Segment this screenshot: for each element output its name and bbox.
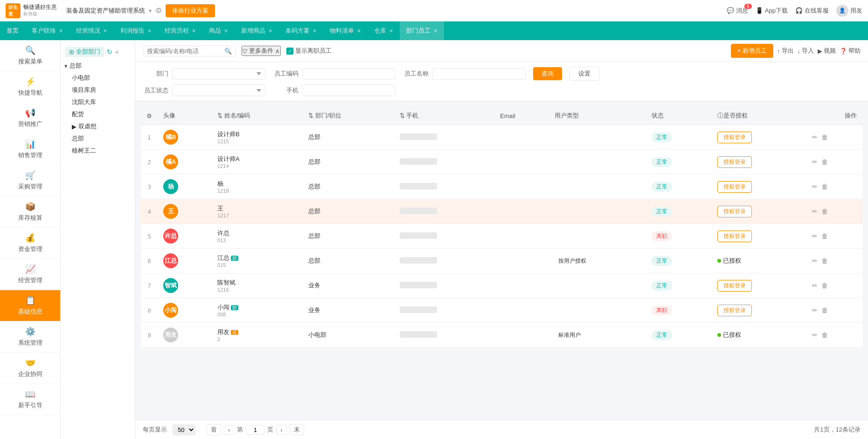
delete-icon[interactable]: 🗑 [821,257,828,265]
help-button[interactable]: ❓ 帮助 [840,47,861,55]
empstatus-select[interactable] [172,84,265,96]
delete-icon[interactable]: 🗑 [821,307,828,314]
next-page-button[interactable]: › [276,425,286,435]
auth-login-button[interactable]: 授权登录 [717,305,752,316]
auth-login-button[interactable]: 授权登录 [717,280,752,292]
title-dropdown-icon[interactable]: ▾ [149,7,152,14]
all-dept-button[interactable]: ⊞ 全部部门 [65,47,104,57]
close-icon[interactable]: ✕ [268,28,272,34]
nav-tab-journey[interactable]: 经营历程 ✕ [158,21,202,40]
edit-icon[interactable]: ✏ [812,282,818,289]
service-button[interactable]: 🎧 在线客服 [795,7,829,15]
nav-tab-bom[interactable]: 物料清单 ✕ [323,21,368,40]
delete-icon[interactable]: 🗑 [821,282,828,289]
close-icon[interactable]: ✕ [433,28,437,34]
dept-node-xiaodibu[interactable]: 小电部 [61,72,135,84]
sidebar-item-basicinfo[interactable]: 📋 基础信息 [0,290,60,321]
search-input[interactable] [147,48,222,55]
view-button[interactable]: ▶ 视频 [818,47,836,55]
dept-select[interactable] [172,68,265,80]
more-filter-button[interactable]: ▽ 更多条件 ∧ [242,46,281,56]
dept-node-peihuo[interactable]: 配货 [61,108,135,120]
user-button[interactable]: 👤 用友 [836,5,862,17]
import-button[interactable]: ↓ 导入 [798,47,814,55]
sidebar-item-guide[interactable]: 📖 新手引导 [0,384,60,415]
edit-icon[interactable]: ✏ [812,331,818,339]
sidebar-item-sales[interactable]: 📊 销售管理 [0,134,60,165]
page-input[interactable] [246,425,264,435]
nav-tab-barcode[interactable]: 条码方案 ✕ [279,21,323,40]
dept-refresh-icon[interactable]: ↻ [107,48,112,56]
phone-input[interactable] [302,84,396,96]
page-size-select[interactable]: 50 [173,425,195,435]
close-icon[interactable]: ✕ [224,28,228,34]
sidebar-item-collab[interactable]: 🤝 企业协同 [0,353,60,384]
edit-icon[interactable]: ✏ [812,133,818,141]
export-button[interactable]: ↑ 导出 [777,47,794,55]
edit-icon[interactable]: ✏ [812,307,818,314]
nav-tab-goods[interactable]: 商品 ✕ [202,21,235,40]
sidebar-item-inventory[interactable]: 📦 库存核算 [0,196,60,228]
dept-node-project[interactable]: 项目库房 [61,84,135,96]
close-icon[interactable]: ✕ [192,28,196,34]
sidebar-item-purchase[interactable]: 🛒 采购管理 [0,165,60,196]
prev-page-button[interactable]: ‹ [224,425,234,435]
edit-icon[interactable]: ✏ [812,232,818,240]
sidebar-item-finance[interactable]: 💰 资金管理 [0,228,60,259]
empname-input[interactable] [432,68,526,80]
nav-tab-warehouse[interactable]: 仓库 ✕ [368,21,400,40]
close-icon[interactable]: ✕ [357,28,361,34]
nav-tab-customer[interactable]: 客户联络 ✕ [25,21,69,40]
auth-login-button[interactable]: 授权登录 [717,230,752,242]
auth-login-button[interactable]: 授权登录 [717,156,752,168]
sidebar-item-system[interactable]: ⚙️ 系统管理 [0,321,60,353]
auth-login-button[interactable]: 授权登录 [717,132,752,143]
sidebar-item-quicknav[interactable]: ⚡ 快捷导航 [0,71,60,103]
delete-icon[interactable]: 🗑 [821,331,828,339]
delete-icon[interactable]: 🗑 [821,232,828,240]
nav-home[interactable]: 首页 [0,21,25,40]
first-page-button[interactable]: 首 [207,424,221,435]
dept-node-shuangni[interactable]: ▶ 双虐想 [61,120,135,132]
nav-tab-deptstaff[interactable]: 部门员工 ✕ [400,21,444,40]
nav-tab-addgoods[interactable]: 新增商品 ✕ [235,21,279,40]
th-name[interactable]: ⇅ 姓名/编码 [212,107,303,125]
edit-icon[interactable]: ✏ [812,158,818,166]
th-settings[interactable]: ⚙ [141,107,158,125]
th-phone[interactable]: ⇅ 手机 [394,107,495,125]
app-download-button[interactable]: 📱 App下载 [756,7,788,15]
edit-icon[interactable]: ✏ [812,208,818,215]
setup-button[interactable]: 设置 [569,67,599,81]
trial-button[interactable]: 体验行业方案 [166,4,215,17]
delete-icon[interactable]: 🗑 [821,133,828,141]
delete-icon[interactable]: 🗑 [821,183,828,190]
auth-login-button[interactable]: 授权登录 [717,206,752,217]
show-resigned-checkbox[interactable]: ✓ 显示离职员工 [286,47,332,55]
delete-icon[interactable]: 🗑 [821,208,828,215]
settings-icon[interactable]: ⚙ [155,6,162,15]
empcode-input[interactable] [302,68,396,80]
close-icon[interactable]: ✕ [147,28,152,34]
nav-tab-operation[interactable]: 经营情况 ✕ [69,21,114,40]
edit-icon[interactable]: ✏ [812,183,818,190]
sidebar-item-search[interactable]: 🔍 搜索菜单 [0,40,60,71]
close-icon[interactable]: ✕ [103,28,107,34]
close-icon[interactable]: ✕ [389,28,393,34]
close-icon[interactable]: ✕ [312,28,317,34]
sidebar-item-management[interactable]: 📈 经营管理 [0,259,60,290]
dept-node-shenyang[interactable]: 沈阳大库 [61,96,135,108]
close-icon[interactable]: ✕ [59,28,63,34]
query-button[interactable]: 查询 [533,67,562,80]
dept-collapse-icon[interactable]: « [115,48,119,56]
dept-node-zongbu[interactable]: 总部 [61,132,135,145]
delete-icon[interactable]: 🗑 [821,158,828,166]
add-employee-button[interactable]: + 新增员工 [731,44,773,58]
dept-node-zhishu[interactable]: 植树王二 [61,145,135,157]
last-page-button[interactable]: 末 [290,424,304,435]
nav-tab-profit[interactable]: 利润报告 ✕ [114,21,158,40]
edit-icon[interactable]: ✏ [812,257,818,265]
th-dept[interactable]: ⇅ 部门/职位 [303,107,394,125]
dept-node-general[interactable]: ▾ 总部 [61,60,135,72]
auth-login-button[interactable]: 授权登录 [717,181,752,193]
message-button[interactable]: 💬 消息 5 [727,7,748,15]
